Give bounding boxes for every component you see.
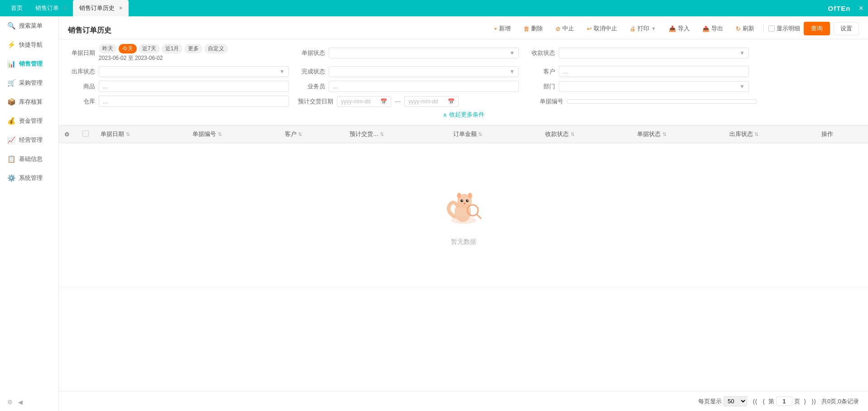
out-status-select[interactable]: ▼: [99, 66, 289, 77]
sidebar-item-finance[interactable]: 💰 资金管理: [0, 111, 58, 131]
sidebar-item-purchase-mgmt[interactable]: 🛒 采购管理: [0, 73, 58, 92]
collapse-sidebar-icon[interactable]: ◀: [18, 399, 23, 406]
sort-delivery-date-icon[interactable]: ⇅: [380, 131, 384, 137]
cancel-stop-label: 取消中止: [594, 24, 617, 33]
sidebar-item-operations[interactable]: 📈 经营管理: [0, 131, 58, 150]
warehouse-input[interactable]: ...: [99, 96, 289, 107]
date-tab-today[interactable]: 今天: [119, 44, 137, 53]
empty-text: 暂无数据: [451, 238, 476, 246]
pagination: 每页显示 50 10 20 100 ⟨⟨ ⟨ 第 页 ⟩ ⟩⟩ 共0页,0条记录: [59, 391, 868, 411]
salesperson-input[interactable]: ...: [329, 81, 519, 92]
customer-input[interactable]: ...: [559, 66, 749, 77]
display-dense-checkbox-label[interactable]: 显示明细: [768, 24, 800, 33]
gear-icon[interactable]: ⚙: [64, 131, 70, 138]
th-out-status-label: 出库状态: [729, 131, 753, 137]
sort-doc-status-icon[interactable]: ⇅: [662, 131, 667, 137]
customer-control: ...: [559, 66, 749, 77]
sort-doc-date-icon[interactable]: ⇅: [126, 131, 130, 137]
next-page-button[interactable]: ⟩: [802, 397, 808, 406]
calendar-start-icon[interactable]: 📅: [380, 98, 387, 105]
data-table: ⚙ 单据日期 ⇅ 单据编号 ⇅: [59, 126, 868, 287]
delivery-date-end[interactable]: yyyy-mm-dd 📅: [404, 96, 459, 107]
tab-sales-order-history-close[interactable]: ×: [119, 5, 122, 11]
refresh-icon: ↻: [736, 25, 741, 32]
display-dense-checkbox[interactable]: [768, 25, 775, 32]
settings-bottom-icon[interactable]: ⚙: [7, 399, 13, 406]
date-tab-more[interactable]: 更多: [184, 44, 202, 53]
first-page-button[interactable]: ⟨⟨: [751, 397, 759, 406]
doc-status-arrow: ▼: [509, 50, 515, 56]
product-placeholder: ...: [103, 83, 108, 90]
query-button[interactable]: 查询: [804, 22, 830, 35]
sidebar-item-inventory[interactable]: 📦 库存核算: [0, 92, 58, 111]
setting-button[interactable]: 设置: [834, 22, 859, 35]
system-mgmt-icon: ⚙️: [7, 174, 15, 182]
page-label-pre: 第: [768, 397, 774, 406]
last-page-button[interactable]: ⟩⟩: [810, 397, 818, 406]
refresh-button[interactable]: ↻ 刷新: [731, 22, 759, 35]
tab-sales-order-history-label: 销售订单历史: [79, 4, 115, 12]
new-button[interactable]: + 新增: [489, 22, 516, 35]
export-icon: 📤: [702, 25, 710, 32]
sidebar-item-quick-nav[interactable]: ⚡ 快捷导航: [0, 35, 58, 54]
date-tab-custom[interactable]: 自定义: [204, 44, 228, 53]
doc-status-select[interactable]: ▼: [329, 48, 519, 58]
calendar-end-icon[interactable]: 📅: [448, 98, 455, 105]
doc-status-label: 单据状态: [298, 49, 329, 57]
sidebar-item-search-menu[interactable]: 🔍 搜索菜单: [0, 16, 58, 35]
operations-icon: 📈: [7, 136, 15, 144]
main-content: 销售订单历史 + 新增 🗑 删除 ⊘ 中止 ↩ 取消中止: [59, 16, 868, 411]
page-number-input[interactable]: [776, 396, 792, 406]
import-button[interactable]: 📥 导入: [664, 22, 694, 35]
tab-sales-order[interactable]: 销售订单 ×: [29, 0, 73, 16]
salesperson-placeholder: ...: [333, 83, 338, 90]
per-page-select[interactable]: 50 10 20 100: [724, 396, 747, 406]
payment-status-label: 收款状态: [528, 49, 559, 57]
product-input[interactable]: ...: [99, 81, 289, 92]
sort-payment-status-icon[interactable]: ⇅: [571, 131, 575, 137]
cancel-stop-button[interactable]: ↩ 取消中止: [582, 22, 622, 35]
sidebar-item-system-mgmt[interactable]: ⚙️ 系统管理: [0, 169, 58, 188]
doc-status-control: ▼: [329, 48, 519, 58]
date-tab-yesterday[interactable]: 昨天: [99, 44, 117, 53]
sidebar-item-sales-mgmt[interactable]: 📊 销售管理: [0, 54, 58, 73]
sort-out-status-icon[interactable]: ⇅: [754, 131, 758, 137]
page-label-post: 页: [794, 397, 800, 406]
prev-page-button[interactable]: ⟨: [761, 397, 767, 406]
table-header-row: ⚙ 单据日期 ⇅ 单据编号 ⇅: [59, 126, 868, 143]
export-button[interactable]: 📤 导出: [698, 22, 728, 35]
delivery-date-end-placeholder: yyyy-mm-dd: [408, 98, 438, 105]
header-checkbox[interactable]: [82, 131, 89, 137]
th-payment-status-label: 收款状态: [545, 131, 569, 137]
tab-sales-order-history[interactable]: 销售订单历史 ×: [73, 0, 129, 16]
warehouse-label: 仓库: [68, 97, 99, 106]
empty-illustration: [441, 184, 486, 231]
date-tab-last1m[interactable]: 近1月: [162, 44, 183, 53]
th-doc-date: 单据日期 ⇅: [95, 126, 187, 143]
purchase-mgmt-icon: 🛒: [7, 79, 15, 87]
payment-status-select[interactable]: ▼: [559, 48, 749, 58]
tab-sales-order-close[interactable]: ×: [63, 5, 67, 11]
sort-doc-no-icon[interactable]: ⇅: [218, 131, 222, 137]
tab-home[interactable]: 首页: [5, 0, 29, 16]
sidebar-item-base-info[interactable]: 📋 基础信息: [0, 150, 58, 169]
window-close[interactable]: ×: [858, 4, 863, 13]
dept-select[interactable]: ▼: [559, 81, 749, 92]
sidebar-item-sales-mgmt-label: 销售管理: [19, 60, 43, 68]
out-status-arrow: ▼: [279, 68, 285, 75]
main-layout: 🔍 搜索菜单 ⚡ 快捷导航 📊 销售管理 🛒 采购管理 📦 库存核算 💰 资金管…: [0, 16, 868, 411]
complete-status-select[interactable]: ▼: [329, 66, 519, 77]
collapse-filter-btn[interactable]: ∧ 收起更多条件: [443, 111, 484, 119]
print-button[interactable]: 🖨 打印 ▼: [625, 22, 661, 35]
customer-placeholder: ...: [563, 68, 568, 75]
dept-control: ▼: [559, 81, 749, 92]
doc-no-input[interactable]: [567, 99, 757, 104]
stop-button[interactable]: ⊘ 中止: [551, 22, 579, 35]
date-tab-last7[interactable]: 近7天: [139, 44, 160, 53]
warehouse-placeholder: ...: [103, 98, 108, 105]
date-label: 单据日期: [68, 49, 99, 57]
delivery-date-start[interactable]: yyyy-mm-dd 📅: [337, 96, 391, 107]
delete-button[interactable]: 🗑 删除: [519, 22, 547, 35]
sort-amount-icon[interactable]: ⇅: [478, 131, 482, 137]
sort-customer-icon[interactable]: ⇅: [298, 131, 302, 137]
